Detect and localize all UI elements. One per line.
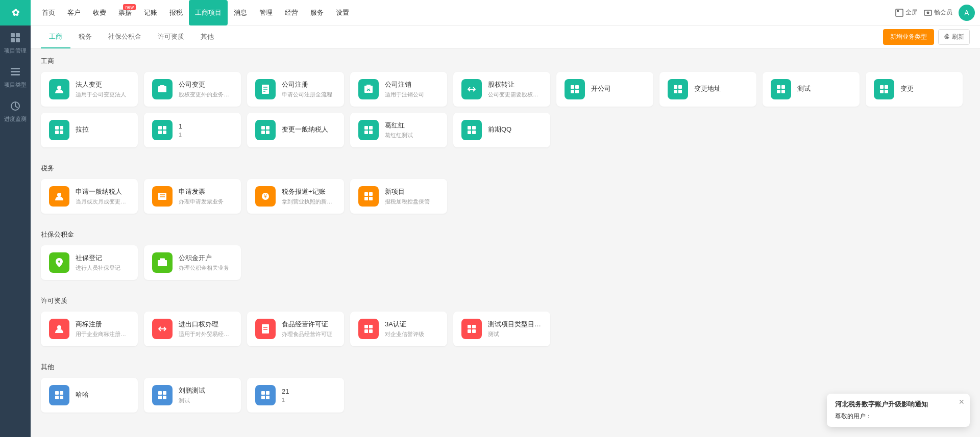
refresh-button[interactable]: 刷新 [938,29,970,45]
card-desc-legal-change: 适用于公司变更法人 [76,91,130,98]
sidebar-item-progress-monitor[interactable]: 进度监测 [0,94,31,128]
card-change-address[interactable]: 变更地址 [659,72,756,107]
svg-rect-50 [369,126,373,130]
card-title-apply-taxpayer: 申请一般纳税人 [76,187,130,196]
card-title-twenty-one: 21 [282,388,336,395]
card-title-legal-change: 法人变更 [76,80,130,89]
tab-license[interactable]: 许可资质 [150,25,192,48]
card-change[interactable]: 变更 [866,72,963,107]
card-icon-trademark [49,319,69,339]
industry-section-title: 工商 [41,57,970,66]
svg-rect-91 [261,396,265,399]
card-change-taxpayer[interactable]: 变更一般纳税人 [247,113,344,147]
card-liupeng-test[interactable]: 刘鹏测试 测试 [144,378,241,413]
card-test-type[interactable]: 测试项目类型目定义 测试 [453,312,550,346]
card-trademark[interactable]: 商标注册 用于企业商标注册服务 [41,312,138,346]
card-lala[interactable]: 拉拉 [41,113,138,147]
nav-tickets[interactable]: 票据 new [112,0,138,25]
tab-other[interactable]: 其他 [192,25,222,48]
svg-rect-48 [266,131,270,134]
card-title-equity-transfer: 股权转让 [488,80,542,89]
nav-manage[interactable]: 管理 [253,0,279,25]
svg-rect-6 [11,74,20,75]
sidebar: ✿ 项目管理 项目类型 [0,0,31,437]
card-desc-import-export: 适用于对外贸易经营者 [179,330,233,338]
svg-rect-81 [55,391,59,395]
card-title-mohonghong: 葛红红 [385,121,439,130]
nav-billing[interactable]: 收费 [87,0,112,25]
nav-customer[interactable]: 客户 [61,0,87,25]
nav-service[interactable]: 服务 [304,0,330,25]
card-early-qq[interactable]: 前期QQ [453,113,550,147]
card-company-register[interactable]: 公司注册 申请公司注册全流程 [247,72,344,107]
notification-close-btn[interactable]: ✕ [959,398,965,406]
card-icon-liupeng-test [152,385,173,405]
card-mohonghong[interactable]: 葛红红 葛红红测试 [350,113,447,147]
svg-rect-21 [571,85,574,89]
nav-home[interactable]: 首页 [36,0,61,25]
card-icon-food-license [255,319,276,339]
card-title-import-export: 进出口权办理 [179,320,233,329]
card-legal-change[interactable]: 法人变更 适用于公司变更法人 [41,72,138,107]
card-title-trademark: 商标注册 [76,320,130,329]
svg-rect-53 [468,126,471,130]
card-one[interactable]: 1 1 [144,113,241,147]
svg-rect-74 [369,325,373,328]
svg-rect-84 [60,396,63,399]
tab-tax[interactable]: 税务 [70,25,100,48]
nav-industry[interactable]: 工商项目 [189,0,228,25]
card-apply-invoice[interactable]: 申请发票 办理申请发票业务 [144,179,241,214]
sidebar-item-project-type[interactable]: 项目类型 [0,60,31,94]
card-company-cancel[interactable]: 公司注销 适用于注销公司 [350,72,447,107]
nav-tax[interactable]: 报税 [163,0,189,25]
svg-rect-75 [364,329,368,333]
card-open-company[interactable]: 开公司 [556,72,653,107]
top-navigation: 首页 客户 收费 票据 new 记账 报税 工商项目 消息 管理 经营 服务 设… [31,0,980,25]
main-container: 首页 客户 收费 票据 new 记账 报税 工商项目 消息 管理 经营 服务 设… [31,0,980,437]
card-twenty-one[interactable]: 21 1 [247,378,344,413]
card-icon-test [771,79,791,99]
card-social-register[interactable]: 社保登记 进行人员社保登记 [41,245,138,280]
progress-monitor-icon [8,99,22,113]
svg-rect-36 [885,90,888,93]
user-avatar[interactable]: A [959,5,975,21]
card-3a-cert[interactable]: 3A认证 对企业信誉评级 [350,312,447,346]
svg-rect-73 [364,325,368,328]
card-test[interactable]: 测试 [763,72,860,107]
card-import-export[interactable]: 进出口权办理 适用于对外贸易经营者 [144,312,241,346]
nav-settings[interactable]: 设置 [330,0,355,25]
svg-rect-30 [781,85,785,89]
content-area: 工商 税务 社保公积金 许可资质 其他 新增业务类型 刷新 工商 [31,25,980,437]
card-apply-taxpayer[interactable]: 申请一般纳税人 当月或次月成变更完成 [41,179,138,214]
new-type-button[interactable]: 新增业务类型 [883,29,934,45]
card-fund-account[interactable]: 公积金开户 办理公积金相关业务 [144,245,241,280]
card-icon-tax-report: ¥ [255,186,276,207]
card-haha[interactable]: 哈哈 [41,378,138,413]
sidebar-item-project-mgmt[interactable]: 项目管理 [0,25,31,60]
card-food-license[interactable]: 食品经营许可证 办理食品经营许可证 [247,312,344,346]
card-desc-mohonghong: 葛红红测试 [385,132,439,139]
card-tax-report[interactable]: ¥ 税务报道+记账 拿到营业执照的新公司 [247,179,344,214]
svg-rect-0 [11,33,15,37]
card-new-project[interactable]: 新项目 报税加税控盘保管 [350,179,447,214]
card-icon-company-change [152,79,173,99]
nav-operation[interactable]: 经营 [279,0,304,25]
card-icon-change-address [668,79,688,99]
card-equity-transfer[interactable]: 股权转让 公司变更需要股权转让 [453,72,550,107]
card-title-3a-cert: 3A认证 [385,320,439,329]
nav-accounting[interactable]: 记账 [138,0,163,25]
tax-cards-grid: 申请一般纳税人 当月或次月成变更完成 申请发票 办理申请发票业务 [41,179,970,214]
card-icon-change [874,79,894,99]
tab-social[interactable]: 社保公积金 [100,25,150,48]
card-company-change[interactable]: 公司变更 股权变更外的业务变更 [144,72,241,107]
svg-rect-89 [261,391,265,395]
nav-message[interactable]: 消息 [228,0,253,25]
member-btn[interactable]: 畅会员 [924,8,952,17]
fullscreen-btn[interactable]: 全屏 [895,8,918,17]
svg-rect-51 [364,131,368,134]
card-icon-haha [49,385,69,405]
svg-rect-35 [880,90,884,93]
tab-industry[interactable]: 工商 [41,25,70,48]
svg-point-69 [57,325,61,329]
svg-rect-46 [266,126,270,130]
